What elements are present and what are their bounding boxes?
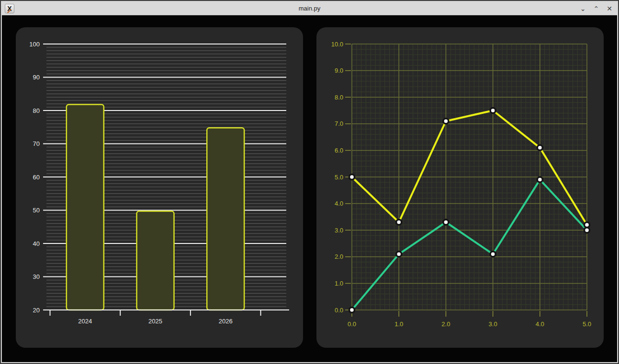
svg-text:2.0: 2.0: [441, 320, 450, 328]
svg-text:8.0: 8.0: [335, 94, 343, 101]
svg-text:2025: 2025: [148, 318, 162, 325]
svg-text:4.0: 4.0: [335, 200, 343, 207]
bar-chart: 2030405060708090100202420252026: [16, 27, 303, 348]
window-titlebar[interactable]: X main.py ⌄ ⌃ ✕: [2, 2, 617, 15]
maximize-icon[interactable]: ⌃: [594, 5, 599, 12]
svg-text:3.0: 3.0: [335, 227, 343, 234]
svg-text:2024: 2024: [78, 318, 92, 325]
svg-text:3.0: 3.0: [489, 320, 497, 328]
svg-text:5.0: 5.0: [335, 174, 343, 181]
svg-text:40: 40: [33, 240, 40, 247]
line-chart: 0.01.02.03.04.05.06.07.08.09.010.00.01.0…: [316, 27, 604, 348]
svg-text:20: 20: [33, 307, 40, 314]
svg-text:10.0: 10.0: [331, 41, 343, 48]
svg-text:0.0: 0.0: [348, 320, 356, 328]
svg-text:50: 50: [33, 207, 40, 214]
svg-text:30: 30: [33, 273, 40, 280]
svg-text:70: 70: [33, 140, 40, 147]
svg-text:0.0: 0.0: [335, 307, 343, 314]
bar-chart-panel: 2030405060708090100202420252026: [16, 27, 303, 348]
svg-text:5.0: 5.0: [583, 320, 591, 328]
svg-text:1.0: 1.0: [394, 320, 403, 328]
line-chart-panel: 0.01.02.03.04.05.06.07.08.09.010.00.01.0…: [316, 27, 604, 348]
svg-text:2026: 2026: [219, 318, 233, 325]
window-title: main.py: [299, 5, 321, 12]
svg-text:4.0: 4.0: [536, 320, 544, 328]
svg-text:90: 90: [33, 74, 40, 81]
svg-text:6.0: 6.0: [335, 147, 343, 154]
window-controls: ⌄ ⌃ ✕: [580, 2, 612, 15]
main-content: 2030405060708090100202420252026 0.01.02.…: [2, 15, 617, 362]
minimize-icon[interactable]: ⌄: [580, 5, 586, 12]
window-frame: X main.py ⌄ ⌃ ✕ 203040506070809010020242…: [0, 0, 619, 364]
svg-text:100: 100: [29, 41, 40, 48]
svg-text:80: 80: [33, 107, 40, 114]
svg-text:9.0: 9.0: [335, 67, 343, 74]
x11-icon[interactable]: X: [5, 4, 14, 13]
close-icon[interactable]: ✕: [607, 5, 612, 12]
app-window: X main.py ⌄ ⌃ ✕ 203040506070809010020242…: [1, 1, 618, 363]
svg-text:7.0: 7.0: [335, 120, 343, 127]
svg-text:2.0: 2.0: [335, 253, 343, 260]
svg-text:1.0: 1.0: [335, 280, 343, 287]
svg-text:60: 60: [33, 174, 40, 181]
